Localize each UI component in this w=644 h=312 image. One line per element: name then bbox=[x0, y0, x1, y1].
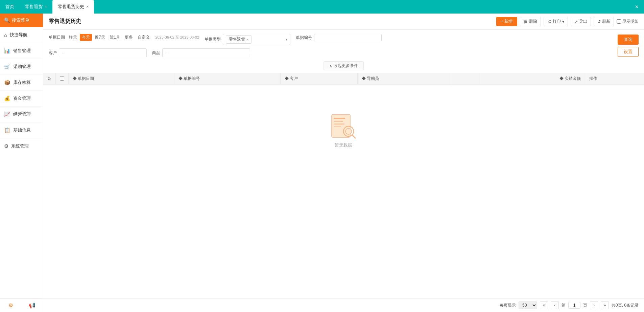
voucher-type-close[interactable]: × bbox=[246, 38, 248, 42]
date-shortcuts: 昨天 今天 近7天 近1月 更多 自定义 bbox=[67, 34, 152, 41]
sidebar-item-purchase-mgmt[interactable]: 🛒 采购管理 bbox=[0, 59, 43, 75]
filter-main-row: 单据日期 昨天 今天 近7天 近1月 更多 自定义 2023-06-02 至 2… bbox=[49, 34, 639, 60]
sidebar-system-label: 系统管理 bbox=[11, 143, 29, 149]
date-range-text: 2023-06-02 至 2023-06-02 bbox=[155, 35, 199, 40]
delete-label: 删除 bbox=[529, 19, 537, 24]
collapse-filters-button[interactable]: ∧ 收起更多条件 bbox=[324, 61, 364, 70]
select-all-checkbox[interactable] bbox=[60, 76, 64, 81]
page-size-label: 每页显示 bbox=[500, 303, 516, 308]
sidebar-sales-label: 销售管理 bbox=[13, 48, 31, 54]
page-number-input[interactable] bbox=[568, 302, 580, 309]
page-end-label: 页 bbox=[583, 303, 587, 308]
date-btn-7days[interactable]: 近7天 bbox=[93, 34, 107, 41]
th-amount: ◆ 实销金额 bbox=[479, 73, 585, 85]
svg-rect-3 bbox=[334, 124, 344, 125]
sidebar-item-sales-mgmt[interactable]: 📊 销售管理 bbox=[0, 43, 43, 59]
sidebar-inventory-label: 库存核算 bbox=[13, 80, 31, 86]
voucher-type-group: 单据类型 零售退货 × ▾ bbox=[205, 34, 290, 45]
sidebar-purchase-label: 采购管理 bbox=[13, 64, 31, 70]
voucher-number-input[interactable] bbox=[314, 34, 382, 41]
query-settings-col: 查询 设置 bbox=[612, 34, 639, 57]
voucher-type-tag: 零售退货 × bbox=[226, 35, 252, 44]
tab-retail-return-history[interactable]: 零售退货历史 × bbox=[52, 0, 94, 14]
th-customer: ◆ 客户 bbox=[280, 73, 357, 85]
table-body: 暂无数据 bbox=[43, 85, 644, 176]
svg-rect-1 bbox=[334, 118, 345, 119]
print-button[interactable]: 🖨 打印 ▾ bbox=[544, 17, 568, 26]
date-btn-more[interactable]: 更多 bbox=[123, 34, 135, 41]
tab-retail-return-history-label: 零售退货历史 bbox=[58, 4, 84, 10]
tab-home-label: 首页 bbox=[5, 4, 14, 10]
filter-area: 单据日期 昨天 今天 近7天 近1月 更多 自定义 2023-06-02 至 2… bbox=[43, 30, 644, 73]
empty-illustration bbox=[327, 112, 360, 142]
first-page-button[interactable]: « bbox=[540, 301, 548, 309]
delete-button[interactable]: 🗑 删除 bbox=[520, 17, 541, 26]
export-button[interactable]: ↗ 导出 bbox=[571, 17, 591, 26]
sidebar-gear-button[interactable]: ⚙ bbox=[0, 299, 22, 312]
sidebar-item-inventory[interactable]: 📦 库存核算 bbox=[0, 75, 43, 91]
show-detail-checkbox[interactable]: 显示明细 bbox=[617, 19, 639, 24]
operations-icon: 📈 bbox=[4, 111, 10, 117]
tab-retail-return[interactable]: 零售退货 × bbox=[20, 0, 52, 14]
collapse-label: 收起更多条件 bbox=[334, 63, 358, 69]
th-voucher-date-label: ◆ 单据日期 bbox=[73, 76, 94, 81]
sidebar-item-basic-info[interactable]: 📋 基础信息 bbox=[0, 122, 43, 138]
th-action: 操作 bbox=[585, 73, 644, 85]
th-guide: ◆ 导购员 bbox=[357, 73, 449, 85]
page-label: 第 bbox=[562, 303, 566, 308]
sales-icon: 📊 bbox=[4, 48, 10, 54]
sidebar-item-finance[interactable]: 💰 资金管理 bbox=[0, 91, 43, 107]
date-btn-custom[interactable]: 自定义 bbox=[136, 34, 152, 41]
query-button[interactable]: 查询 bbox=[618, 35, 639, 45]
delete-icon: 🗑 bbox=[524, 19, 528, 24]
sidebar: 🔍 搜索菜单 ⌂ 快捷导航 📊 销售管理 🛒 采购管理 📦 库存核算 💰 bbox=[0, 14, 43, 312]
empty-state: 暂无数据 bbox=[43, 85, 644, 175]
refresh-button[interactable]: ↺ 刷新 bbox=[594, 17, 614, 26]
th-voucher-number-label: ◆ 单据编号 bbox=[178, 76, 200, 81]
voucher-type-chevron: ▾ bbox=[286, 38, 287, 41]
sidebar-item-quick-nav[interactable]: ⌂ 快捷导航 bbox=[0, 27, 43, 43]
date-btn-1month[interactable]: 近1月 bbox=[108, 34, 122, 41]
sidebar-search[interactable]: 🔍 搜索菜单 bbox=[0, 14, 43, 27]
svg-rect-2 bbox=[334, 121, 343, 122]
last-page-button[interactable]: » bbox=[601, 301, 609, 309]
home-icon: ⌂ bbox=[4, 32, 7, 38]
filter-row-1: 单据日期 昨天 今天 近7天 近1月 更多 自定义 2023-06-02 至 2… bbox=[49, 34, 612, 45]
filter-fields: 单据日期 昨天 今天 近7天 近1月 更多 自定义 2023-06-02 至 2… bbox=[49, 34, 612, 60]
customer-group: 客户 ··· bbox=[49, 48, 147, 57]
page-header: 零售退货历史 + 新增 🗑 删除 🖨 打印 ▾ ↗ 导出 ↺ bbox=[43, 14, 644, 30]
customer-input[interactable]: ··· bbox=[59, 48, 147, 57]
export-icon: ↗ bbox=[574, 19, 578, 24]
next-page-button[interactable]: › bbox=[590, 301, 598, 309]
date-btn-yesterday[interactable]: 昨天 bbox=[67, 34, 79, 41]
show-detail-input[interactable] bbox=[617, 19, 621, 24]
sidebar-menu: ⌂ 快捷导航 📊 销售管理 🛒 采购管理 📦 库存核算 💰 资金管理 📈 bbox=[0, 27, 43, 298]
sidebar-basic-info-label: 基础信息 bbox=[13, 127, 31, 133]
page-title: 零售退货历史 bbox=[49, 18, 81, 25]
voucher-type-select[interactable]: 零售退货 × ▾ bbox=[223, 34, 290, 45]
prev-page-button[interactable]: ‹ bbox=[551, 301, 559, 309]
inventory-icon: 📦 bbox=[4, 80, 10, 86]
table-head: ⚙ ◆ 单据日期 ◆ 单据编号 ◆ 客户 bbox=[43, 73, 644, 85]
sidebar-item-system-mgmt[interactable]: ⚙ 系统管理 bbox=[0, 138, 43, 154]
goods-input[interactable]: ··· bbox=[162, 48, 250, 57]
sidebar-speaker-button[interactable]: 📢 bbox=[22, 299, 43, 312]
refresh-label: 刷新 bbox=[602, 19, 610, 24]
tab-retail-return-history-close[interactable]: × bbox=[86, 4, 89, 9]
content-area: 零售退货历史 + 新增 🗑 删除 🖨 打印 ▾ ↗ 导出 ↺ bbox=[43, 14, 644, 312]
date-btn-today[interactable]: 今天 bbox=[80, 34, 92, 41]
voucher-date-label: 单据日期 bbox=[49, 35, 65, 40]
page-size-select[interactable]: 10 20 50 100 bbox=[519, 302, 537, 309]
tab-home[interactable]: 首页 bbox=[0, 0, 20, 14]
add-button[interactable]: + 新增 bbox=[496, 17, 517, 26]
finance-icon: 💰 bbox=[4, 95, 10, 102]
window-close-button[interactable]: × bbox=[629, 3, 644, 10]
tab-retail-return-close[interactable]: × bbox=[45, 4, 47, 9]
sidebar-item-operations[interactable]: 📈 经营管理 bbox=[0, 107, 43, 122]
voucher-number-group: 单据编号 bbox=[296, 34, 382, 41]
filter-settings-button[interactable]: 设置 bbox=[618, 47, 639, 57]
table-settings-icon[interactable]: ⚙ bbox=[47, 76, 51, 81]
th-amount-label: ◆ 实销金额 bbox=[559, 76, 581, 81]
filter-row-2: 客户 ··· 商品 ··· bbox=[49, 48, 612, 57]
th-settings: ⚙ bbox=[43, 73, 55, 85]
